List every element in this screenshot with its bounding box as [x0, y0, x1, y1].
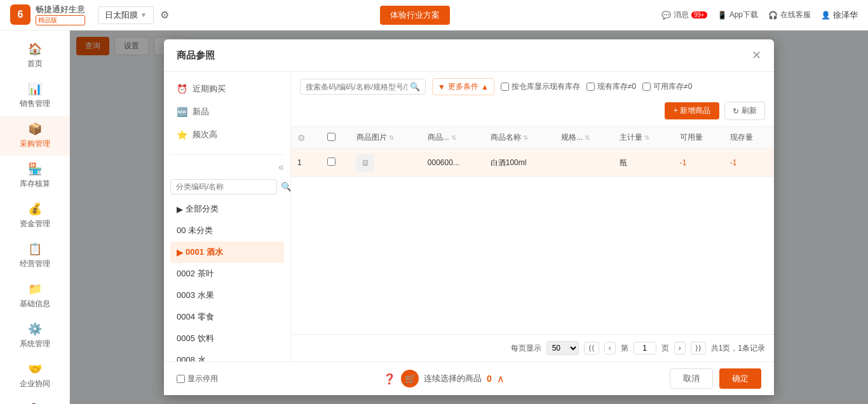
td-stock: -1: [724, 149, 774, 177]
sidebar-item-guide[interactable]: 📚 新手引导: [0, 396, 69, 404]
select-all-checkbox[interactable]: [327, 133, 336, 141]
total-info: 共1页，1条记录: [711, 343, 765, 354]
category-search-icon[interactable]: 🔍: [281, 182, 291, 192]
category-0008[interactable]: 0008 水: [170, 349, 284, 361]
toolbar-right-actions: + 新增商品 ↻ 刷新: [665, 102, 765, 120]
td-code: 000600...: [421, 149, 484, 177]
tab-frequent[interactable]: ⭐ 频次高: [170, 124, 284, 145]
sidebar-item-system[interactable]: ⚙️ 系统管理: [0, 316, 69, 356]
checkbox-available-stock[interactable]: 可用库存≠0: [642, 81, 692, 92]
app-download-item[interactable]: 📱 App下载: [717, 10, 758, 20]
settings-icon[interactable]: ⚙: [160, 9, 169, 21]
col-unit-label: 主计量: [620, 132, 642, 143]
col-name-sort[interactable]: 商品名称 ⇅: [491, 132, 549, 143]
product-dialog: 商品参照 ✕ ⏰ 近期购买 🆕 新: [164, 39, 774, 395]
page-input[interactable]: [634, 342, 656, 354]
filter-btn[interactable]: ▼ 更多条件 ▲: [432, 78, 494, 95]
refresh-btn[interactable]: ↻ 刷新: [724, 102, 765, 120]
operations-icon: 📋: [28, 242, 42, 256]
sort-icon: ⇅: [644, 134, 649, 141]
tab-new-product[interactable]: 🆕 新品: [170, 101, 284, 123]
category-label: 0004 零食: [177, 311, 214, 323]
nav-selector-arrow: ▼: [140, 11, 147, 18]
col-stock-label: 现存量: [730, 133, 753, 142]
checkbox-existing-input[interactable]: [587, 83, 595, 91]
headset-icon: 🎧: [768, 11, 778, 20]
confirm-btn[interactable]: 确定: [719, 368, 761, 389]
cart-icon[interactable]: 🛒: [401, 370, 419, 387]
sidebar-item-home[interactable]: 🏠 首页: [0, 36, 69, 76]
category-0002[interactable]: 0002 茶叶: [170, 263, 284, 285]
column-settings-icon[interactable]: ⚙: [297, 133, 306, 143]
col-code-sort[interactable]: 商品... ⇅: [428, 132, 478, 143]
experience-btn[interactable]: 体验行业方案: [380, 6, 450, 25]
show-disabled-label[interactable]: 显示停用: [177, 374, 218, 384]
nav-selector[interactable]: 日太阳膜 ▼: [98, 6, 154, 24]
category-00[interactable]: 00 未分类: [170, 220, 284, 241]
help-icon[interactable]: ❓: [383, 373, 396, 385]
category-0003[interactable]: 0003 水果: [170, 285, 284, 306]
checkbox-warehouse-input[interactable]: [501, 83, 509, 91]
sort-icon: ⇅: [389, 134, 394, 141]
td-name: 白酒100ml: [484, 149, 555, 177]
show-disabled-checkbox[interactable]: [177, 375, 185, 383]
next-page-btn[interactable]: ›: [674, 342, 686, 354]
dialog-footer: 显示停用 ❓ 🛒 连续选择的商品 0 ∧ 取消 确定: [164, 361, 774, 395]
category-0005[interactable]: 0005 饮料: [170, 328, 284, 349]
message-nav-item[interactable]: 💬 消息 99+: [661, 10, 707, 20]
pagination: 每页显示 50 20 100 ⟨⟨ ‹ 第 页 ›: [291, 334, 774, 361]
per-page-label: 每页显示: [511, 343, 541, 354]
product-table-wrap: ⚙ 商品图片 ⇅: [291, 127, 774, 334]
col-spec-sort[interactable]: 规格... ⇅: [561, 132, 607, 143]
category-search-input[interactable]: [170, 179, 277, 194]
per-page-select[interactable]: 50 20 100: [546, 341, 579, 355]
tab-recent-purchase[interactable]: ⏰ 近期购买: [170, 78, 284, 100]
sidebar-item-label: 系统管理: [20, 339, 50, 349]
sidebar-item-purchase[interactable]: 📦 采购管理: [0, 116, 69, 156]
sidebar-item-basics[interactable]: 📁 基础信息: [0, 276, 69, 316]
user-icon: 👤: [821, 11, 831, 20]
tab-label: 频次高: [193, 129, 217, 140]
table-body: 1 🖼 000600... 白酒100ml 瓶: [291, 149, 774, 177]
table-row[interactable]: 1 🖼 000600... 白酒100ml 瓶: [291, 149, 774, 177]
sidebar-item-operations[interactable]: 📋 经营管理: [0, 236, 69, 276]
checkbox-warehouse-stock[interactable]: 按仓库显示现有库存: [501, 81, 580, 92]
td-checkbox: [321, 149, 351, 177]
checkbox-available-input[interactable]: [642, 83, 651, 91]
first-page-btn[interactable]: ⟨⟨: [584, 342, 599, 354]
brand-name: 畅捷通好生意: [36, 4, 85, 15]
collapse-btn[interactable]: «: [164, 159, 290, 175]
col-name-label: 商品名称: [491, 132, 521, 143]
footer-left: 显示停用: [177, 374, 218, 384]
sidebar-item-label: 基础信息: [20, 299, 50, 309]
filter-collapse-icon: ▲: [481, 83, 489, 91]
last-page-btn[interactable]: ⟩⟩: [691, 342, 706, 354]
col-unit-sort[interactable]: 主计量 ⇅: [620, 132, 667, 143]
search-icon[interactable]: 🔍: [410, 82, 420, 91]
category-0001[interactable]: ▶ 0001 酒水: [170, 241, 284, 263]
row-checkbox[interactable]: [327, 158, 336, 166]
dialog-close-button[interactable]: ✕: [752, 48, 761, 62]
sidebar-item-finance[interactable]: 💰 资金管理: [0, 196, 69, 236]
cancel-btn[interactable]: 取消: [670, 368, 713, 389]
sidebar-item-enterprise[interactable]: 🤝 企业协同: [0, 356, 69, 396]
category-all[interactable]: ▶ 全部分类: [170, 198, 284, 220]
category-0004[interactable]: 0004 零食: [170, 306, 284, 328]
td-available: -1: [674, 149, 724, 177]
online-service-item[interactable]: 🎧 在线客服: [768, 10, 811, 20]
user-item[interactable]: 👤 徐泽华: [821, 10, 858, 21]
sidebar-item-sales[interactable]: 📊 销售管理: [0, 76, 69, 116]
prev-page-btn[interactable]: ‹: [604, 342, 616, 354]
search-input[interactable]: [306, 83, 407, 91]
message-icon: 💬: [661, 11, 671, 20]
col-image-sort[interactable]: 商品图片 ⇅: [356, 132, 415, 143]
stock-value: -1: [730, 158, 737, 167]
enterprise-icon: 🤝: [28, 362, 42, 376]
nav-selector-label: 日太阳膜: [105, 10, 138, 21]
add-product-btn[interactable]: + 新增商品: [665, 102, 719, 119]
checkbox-existing-stock[interactable]: 现有库存≠0: [587, 81, 636, 92]
collapse-cart-icon[interactable]: ∧: [497, 373, 505, 385]
category-arrow: ▶: [177, 205, 183, 214]
sidebar-item-inventory[interactable]: 🏪 库存核算: [0, 156, 69, 196]
topnav-middle: 体验行业方案: [169, 6, 661, 25]
